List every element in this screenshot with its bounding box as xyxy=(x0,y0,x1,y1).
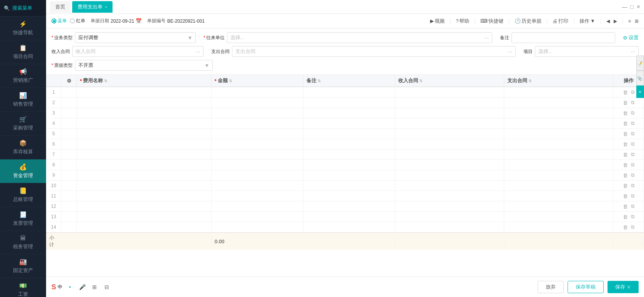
tab-expense[interactable]: 费用支出单 × xyxy=(72,1,113,13)
row-amount[interactable] xyxy=(212,98,303,108)
sidebar-item-purchase[interactable]: 🛒 采购管理 xyxy=(0,112,46,136)
row-remark[interactable] xyxy=(303,149,395,159)
row-name[interactable] xyxy=(77,170,212,180)
delete-row-icon[interactable]: 🗑 xyxy=(623,224,628,230)
row-expense[interactable] xyxy=(504,191,613,201)
save-draft-button[interactable]: 保存草稿 xyxy=(568,281,604,293)
sort-amount-icon[interactable]: ⇅ xyxy=(229,79,232,83)
shortcut-btn[interactable]: ⌨ 快捷键 xyxy=(480,18,503,25)
expense-dots[interactable]: ··· xyxy=(508,48,512,55)
table-row[interactable]: 13 🗑 ⧉ xyxy=(46,212,644,222)
float-note-btn[interactable]: 📝 xyxy=(636,56,644,71)
row-expense[interactable] xyxy=(504,129,613,139)
sidebar-item-tax[interactable]: 🏛 税务管理 xyxy=(0,231,46,254)
sort-income-icon[interactable]: ⇅ xyxy=(419,79,422,83)
row-remark[interactable] xyxy=(303,201,395,211)
sidebar-item-fixed-assets[interactable]: 🏭 固定资产 xyxy=(0,254,46,278)
row-remark[interactable] xyxy=(303,139,395,149)
row-expense[interactable] xyxy=(504,212,613,222)
row-remark[interactable] xyxy=(303,160,395,170)
row-remark[interactable] xyxy=(303,98,395,108)
row-expense[interactable] xyxy=(504,222,613,232)
row-name[interactable] xyxy=(77,181,212,191)
nav-prev-btn[interactable]: ◀ xyxy=(606,18,610,24)
delete-row-icon[interactable]: 🗑 xyxy=(623,121,628,126)
income-dots[interactable]: ··· xyxy=(196,48,200,55)
grid-view-btn[interactable]: ⊞ xyxy=(635,18,639,24)
copy-row-icon[interactable]: ⧉ xyxy=(631,89,634,95)
copy-row-icon[interactable]: ⧉ xyxy=(631,224,634,230)
copy-row-icon[interactable]: ⧉ xyxy=(631,131,634,137)
counterpart-input[interactable]: 选择... ··· xyxy=(227,32,492,43)
row-amount[interactable] xyxy=(212,108,303,118)
copy-row-icon[interactable]: ⧉ xyxy=(631,214,634,220)
delete-row-icon[interactable]: 🗑 xyxy=(623,110,628,116)
row-name[interactable] xyxy=(77,87,212,97)
row-income[interactable] xyxy=(395,98,504,108)
row-income[interactable] xyxy=(395,139,504,149)
sidebar-item-project[interactable]: 📋 项目合同 xyxy=(0,40,46,64)
table-row[interactable]: 10 🗑 ⧉ xyxy=(46,181,644,191)
row-expense[interactable] xyxy=(504,181,613,191)
sidebar-item-capital[interactable]: 💰 资金管理 xyxy=(0,159,46,183)
row-expense[interactable] xyxy=(504,160,613,170)
row-remark[interactable] xyxy=(303,118,395,128)
row-name[interactable] xyxy=(77,201,212,211)
sidebar-item-marketing[interactable]: 📢 营销推广 xyxy=(0,64,46,88)
row-expense[interactable] xyxy=(504,87,613,97)
counterpart-dots[interactable]: ··· xyxy=(484,35,489,41)
invoice-type-select[interactable]: 不开票 ▼ xyxy=(75,60,213,71)
row-remark[interactable] xyxy=(303,87,395,97)
copy-row-icon[interactable]: ⧉ xyxy=(631,120,634,126)
delete-row-icon[interactable]: 🗑 xyxy=(623,100,628,106)
table-row[interactable]: 12 🗑 ⧉ xyxy=(46,201,644,212)
row-income[interactable] xyxy=(395,129,504,139)
sidebar-search[interactable]: 🔍 搜索菜单 xyxy=(0,0,46,17)
row-expense[interactable] xyxy=(504,139,613,149)
sidebar-item-accounting[interactable]: 📒 总账管理 xyxy=(0,183,46,207)
row-income[interactable] xyxy=(395,118,504,128)
window-maximize[interactable]: □ xyxy=(630,4,633,10)
row-remark[interactable] xyxy=(303,129,395,139)
row-expense[interactable] xyxy=(504,118,613,128)
row-income[interactable] xyxy=(395,222,504,232)
row-amount[interactable] xyxy=(212,118,303,128)
row-remark[interactable] xyxy=(303,170,395,180)
row-expense[interactable] xyxy=(504,149,613,159)
float-action-btn[interactable]: ≡ xyxy=(636,86,644,98)
bottom-mic-icon[interactable]: 🎤 xyxy=(78,282,87,292)
row-remark[interactable] xyxy=(303,212,395,222)
row-remark[interactable] xyxy=(303,222,395,232)
project-input[interactable]: 选择... ··· xyxy=(535,46,639,57)
sort-remark-icon[interactable]: ⇅ xyxy=(318,79,321,83)
radio-red[interactable]: 红单 xyxy=(70,18,85,24)
video-btn[interactable]: ▶ 视频 xyxy=(430,18,445,25)
row-name[interactable] xyxy=(77,191,212,201)
bottom-dot-icon[interactable]: • xyxy=(65,282,74,292)
row-amount[interactable] xyxy=(212,139,303,149)
table-row[interactable]: 7 🗑 ⧉ xyxy=(46,149,644,160)
bottom-grid-icon[interactable]: ⊟ xyxy=(102,282,111,292)
table-row[interactable]: 9 🗑 ⧉ xyxy=(46,170,644,181)
sidebar-item-payroll[interactable]: 💵 工资 xyxy=(0,278,46,297)
row-name[interactable] xyxy=(77,98,212,108)
table-row[interactable]: 14 🗑 ⧉ xyxy=(46,222,644,232)
th-gear[interactable]: ⚙ xyxy=(61,76,77,86)
copy-row-icon[interactable]: ⧉ xyxy=(631,203,634,209)
copy-row-icon[interactable]: ⧉ xyxy=(631,162,634,168)
table-row[interactable]: 3 🗑 ⧉ xyxy=(46,108,644,118)
row-name[interactable] xyxy=(77,212,212,222)
table-row[interactable]: 5 🗑 ⧉ xyxy=(46,129,644,139)
row-remark[interactable] xyxy=(303,108,395,118)
sidebar-item-inventory[interactable]: 📦 库存核算 xyxy=(0,136,46,159)
row-name[interactable] xyxy=(77,139,212,149)
row-amount[interactable] xyxy=(212,149,303,159)
calendar-icon[interactable]: 📅 xyxy=(136,18,142,24)
row-amount[interactable] xyxy=(212,160,303,170)
row-remark[interactable] xyxy=(303,181,395,191)
gear-settings-icon[interactable]: ⚙ xyxy=(67,78,71,84)
row-income[interactable] xyxy=(395,87,504,97)
window-minimize[interactable]: — xyxy=(622,4,627,10)
project-dots[interactable]: ··· xyxy=(631,48,635,55)
delete-row-icon[interactable]: 🗑 xyxy=(623,162,628,168)
